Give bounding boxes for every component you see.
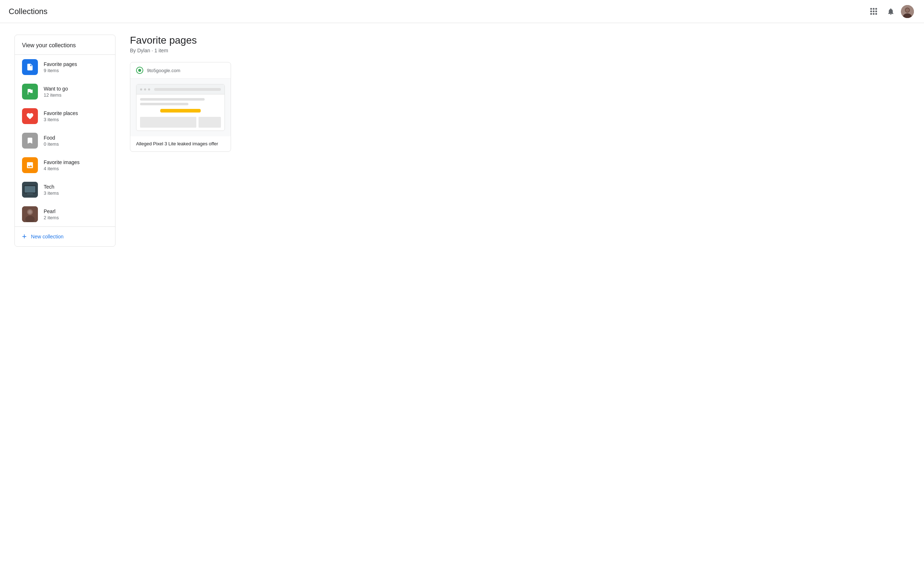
bell-icon (887, 8, 895, 16)
page-title: Collections (9, 7, 48, 16)
preview-dot-1 (140, 89, 142, 90)
account-button[interactable] (901, 4, 915, 19)
preview-line-2 (140, 103, 188, 105)
food-icon (22, 133, 38, 148)
sidebar-item-want-to-go[interactable]: Want to go 12 items (15, 79, 115, 104)
sidebar-item-favorite-places[interactable]: Favorite places 3 items (15, 104, 115, 128)
preview-highlight (160, 109, 201, 113)
favorite-places-icon (22, 108, 38, 124)
want-to-go-name: Want to go (44, 86, 108, 92)
plus-icon: + (22, 233, 27, 240)
svg-point-3 (906, 8, 909, 12)
svg-rect-8 (26, 194, 34, 195)
sidebar-item-favorite-pages[interactable]: Favorite pages 9 items (15, 55, 115, 79)
preview-side-bar-1 (140, 117, 196, 128)
grid-icon (870, 8, 877, 15)
avatar (901, 5, 914, 18)
google-apps-button[interactable] (866, 4, 881, 19)
main-layout: View your collections Favorite pages 9 i… (0, 23, 505, 258)
preview-side-bar-2 (199, 117, 221, 128)
image-icon (26, 161, 34, 169)
favorite-images-icon (22, 157, 38, 173)
favorite-images-info: Favorite images 4 items (44, 160, 108, 171)
sidebar: View your collections Favorite pages 9 i… (15, 35, 115, 247)
card-header: 9to5google.com (130, 62, 231, 79)
collections-list: Favorite pages 9 items Want to go 12 ite… (15, 55, 115, 226)
app-header: Collections (0, 0, 924, 23)
tech-count: 3 items (44, 190, 108, 196)
card-url: 9to5google.com (147, 68, 181, 73)
food-count: 0 items (44, 141, 108, 147)
pearl-thumbnail (22, 206, 38, 222)
bookmark-icon (26, 137, 34, 145)
preview-line-1 (140, 98, 205, 101)
favorite-places-info: Favorite places 3 items (44, 110, 108, 122)
favorite-images-count: 4 items (44, 166, 108, 171)
pearl-count: 2 items (44, 215, 108, 220)
favorite-places-count: 3 items (44, 117, 108, 122)
header-actions (866, 4, 915, 19)
pearl-info: Pearl 2 items (44, 208, 108, 220)
pearl-icon (22, 206, 38, 222)
preview-toolbar (136, 84, 225, 95)
preview-side-bars (140, 117, 221, 128)
card-title: Alleged Pixel 3 Lite leaked images offer (130, 136, 231, 152)
svg-rect-7 (27, 193, 33, 194)
collection-card[interactable]: 9to5google.com (130, 62, 231, 152)
sidebar-item-tech[interactable]: Tech 3 items (15, 177, 115, 202)
flag-icon (26, 88, 34, 95)
want-to-go-info: Want to go 12 items (44, 86, 108, 98)
favicon-dot (138, 69, 141, 72)
new-collection-label: New collection (31, 234, 63, 239)
tech-info: Tech 3 items (44, 184, 108, 196)
content-area: Favorite pages By Dylan · 1 item 9to5goo… (130, 35, 491, 247)
preview-dot-3 (148, 89, 150, 90)
sidebar-item-food[interactable]: Food 0 items (15, 128, 115, 153)
heart-icon (26, 112, 34, 120)
favorite-pages-count: 9 items (44, 68, 108, 73)
tech-icon (22, 182, 38, 198)
new-collection-button[interactable]: + New collection (22, 233, 63, 240)
tech-name: Tech (44, 184, 108, 190)
collection-title: Favorite pages (130, 35, 491, 46)
favorite-images-name: Favorite images (44, 160, 108, 165)
sidebar-heading: View your collections (15, 35, 115, 55)
svg-rect-6 (24, 186, 36, 193)
food-info: Food 0 items (44, 135, 108, 147)
sidebar-footer: + New collection (15, 226, 115, 246)
browser-preview (136, 84, 225, 131)
want-to-go-icon (22, 84, 38, 100)
card-preview (130, 79, 231, 136)
sidebar-item-pearl[interactable]: Pearl 2 items (15, 202, 115, 226)
preview-body (136, 95, 225, 131)
svg-point-11 (28, 210, 32, 214)
sidebar-item-favorite-images[interactable]: Favorite images 4 items (15, 153, 115, 177)
collection-subtitle: By Dylan · 1 item (130, 48, 491, 53)
notifications-button[interactable] (884, 4, 898, 19)
favorite-pages-name: Favorite pages (44, 61, 108, 67)
favorite-places-name: Favorite places (44, 110, 108, 116)
favicon (136, 67, 143, 74)
tech-thumbnail (22, 182, 38, 198)
preview-dot-2 (144, 89, 146, 90)
avatar-image (901, 5, 914, 18)
favorite-pages-info: Favorite pages 9 items (44, 61, 108, 73)
food-name: Food (44, 135, 108, 141)
document-icon (26, 63, 34, 71)
pearl-name: Pearl (44, 208, 108, 214)
want-to-go-count: 12 items (44, 92, 108, 98)
favorite-pages-icon (22, 59, 38, 75)
preview-address-bar (154, 88, 221, 91)
